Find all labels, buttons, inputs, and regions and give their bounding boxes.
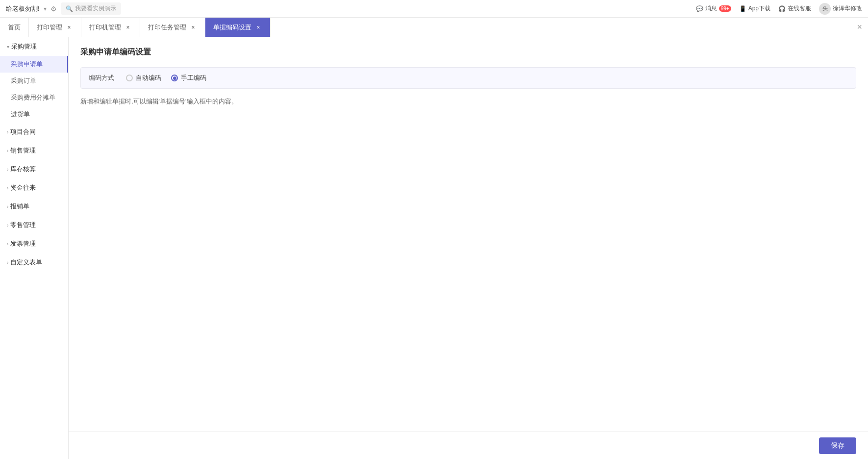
message-label: 消息: [705, 4, 717, 13]
tab-print-mgmt[interactable]: 打印管理 ×: [29, 18, 81, 37]
auto-code-radio[interactable]: 自动编码: [126, 74, 161, 82]
tab-printer-mgmt-close[interactable]: ×: [124, 24, 132, 31]
chevron-down-icon: ▾: [7, 44, 9, 50]
sidebar-group-retail-title[interactable]: › 零售管理: [0, 216, 68, 234]
tab-printer-mgmt-label: 打印机管理: [89, 23, 121, 32]
encoding-radio-group: 自动编码 手工编码: [126, 74, 206, 82]
tab-print-mgmt-label: 打印管理: [37, 23, 62, 32]
sidebar-item-purchase-request-label: 采购申请单: [11, 60, 43, 68]
sidebar: ▾ 采购管理 采购申请单 采购订单 采购费用分摊单 进货单 › 项目合同: [0, 37, 69, 459]
user-menu[interactable]: 头 徐泽华修改: [819, 3, 862, 15]
tab-print-task-label: 打印任务管理: [148, 23, 186, 32]
tab-home-label: 首页: [8, 23, 21, 32]
save-button[interactable]: 保存: [819, 437, 856, 454]
sidebar-item-stock-in-label: 进货单: [11, 110, 30, 118]
sidebar-group-capital: › 资金往来: [0, 178, 68, 197]
chevron-right-icon-3: ›: [7, 167, 8, 172]
search-placeholder: 我要看实例演示: [75, 4, 116, 13]
headset-icon: 🎧: [778, 5, 786, 12]
sidebar-group-inventory-title[interactable]: › 库存核算: [0, 160, 68, 178]
tab-voucher-code[interactable]: 单据编码设置 ×: [205, 18, 271, 37]
dropdown-arrow-icon[interactable]: ▾: [44, 5, 47, 12]
app-download-label: App下载: [748, 4, 770, 13]
content-area: 采购申请单编码设置 编码方式 自动编码 手工编码 新增和编辑单据时,可以编辑'单…: [69, 37, 868, 459]
tab-print-task[interactable]: 打印任务管理 ×: [140, 18, 205, 37]
sidebar-item-purchase-order-label: 采购订单: [11, 77, 36, 84]
manual-code-label: 手工编码: [181, 74, 206, 82]
sidebar-group-invoice-title[interactable]: › 发票管理: [0, 234, 68, 253]
close-all-tabs-button[interactable]: ×: [851, 18, 868, 37]
sidebar-item-purchase-order[interactable]: 采购订单: [0, 73, 68, 89]
sidebar-group-retail: › 零售管理: [0, 216, 68, 234]
sidebar-group-returns-label: 报销单: [10, 202, 29, 211]
auto-code-radio-circle: [126, 75, 133, 81]
user-name: 徐泽华修改: [833, 4, 862, 13]
top-bar-left: 给老板勿割! ▾ ⚙ 🔍 我要看实例演示: [6, 2, 121, 15]
search-bar[interactable]: 🔍 我要看实例演示: [61, 2, 121, 15]
content-main: 采购申请单编码设置 编码方式 自动编码 手工编码 新增和编辑单据时,可以编辑'单…: [69, 37, 868, 432]
mobile-icon: 📱: [739, 5, 746, 12]
sidebar-group-procurement-title[interactable]: ▾ 采购管理: [0, 37, 68, 56]
top-bar-right: 💬 消息 99+ 📱 App下载 🎧 在线客服 头 徐泽华修改: [696, 3, 862, 15]
sidebar-group-custom-form-title[interactable]: › 自定义表单: [0, 253, 68, 272]
top-bar: 给老板勿割! ▾ ⚙ 🔍 我要看实例演示 💬 消息 99+ 📱 App下载 🎧 …: [0, 0, 868, 18]
encoding-section: 编码方式 自动编码 手工编码: [80, 67, 856, 89]
tab-print-task-close[interactable]: ×: [189, 24, 197, 31]
chevron-right-icon-7: ›: [7, 241, 8, 247]
auto-code-label: 自动编码: [136, 74, 161, 82]
sidebar-group-returns-title[interactable]: › 报销单: [0, 197, 68, 216]
chevron-right-icon-1: ›: [7, 129, 8, 135]
sidebar-item-purchase-expense-label: 采购费用分摊单: [11, 94, 55, 101]
online-service-label: 在线客服: [788, 4, 811, 13]
sidebar-group-capital-label: 资金往来: [10, 183, 36, 192]
sidebar-group-capital-title[interactable]: › 资金往来: [0, 178, 68, 197]
chevron-right-icon-6: ›: [7, 223, 8, 228]
online-service-button[interactable]: 🎧 在线客服: [778, 4, 811, 13]
app-download-button[interactable]: 📱 App下载: [739, 4, 770, 13]
sidebar-group-inventory: › 库存核算: [0, 160, 68, 178]
sidebar-group-sales-label: 销售管理: [10, 146, 36, 155]
tab-voucher-code-label: 单据编码设置: [213, 23, 251, 32]
chevron-right-icon-8: ›: [7, 260, 8, 265]
encoding-label: 编码方式: [89, 74, 114, 82]
sidebar-group-returns: › 报销单: [0, 197, 68, 216]
sidebar-group-procurement-label: 采购管理: [11, 42, 37, 51]
chevron-right-icon-4: ›: [7, 185, 8, 191]
sidebar-group-invoice: › 发票管理: [0, 234, 68, 253]
sidebar-item-purchase-request[interactable]: 采购申请单: [0, 56, 68, 73]
sidebar-group-custom-form: › 自定义表单: [0, 253, 68, 272]
message-button[interactable]: 💬 消息 99+: [696, 4, 731, 13]
sidebar-group-project-contract: › 项目合同: [0, 123, 68, 141]
brand-label: 给老板勿割!: [6, 4, 40, 13]
sidebar-group-sales: › 销售管理: [0, 141, 68, 160]
footer-bar: 保存: [69, 432, 868, 459]
search-icon: 🔍: [66, 5, 73, 12]
sidebar-group-procurement: ▾ 采购管理 采购申请单 采购订单 采购费用分摊单 进货单: [0, 37, 68, 123]
main-layout: ▾ 采购管理 采购申请单 采购订单 采购费用分摊单 进货单 › 项目合同: [0, 37, 868, 459]
gear-icon[interactable]: ⚙: [50, 5, 57, 13]
manual-code-radio[interactable]: 手工编码: [171, 74, 206, 82]
sidebar-item-purchase-expense[interactable]: 采购费用分摊单: [0, 89, 68, 106]
manual-code-radio-circle: [171, 75, 178, 81]
tab-printer-mgmt[interactable]: 打印机管理 ×: [81, 18, 140, 37]
message-badge: 99+: [719, 5, 731, 12]
chevron-right-icon-5: ›: [7, 204, 8, 209]
sidebar-group-retail-label: 零售管理: [10, 221, 36, 230]
sidebar-group-inventory-label: 库存核算: [10, 165, 36, 174]
sidebar-group-project-contract-label: 项目合同: [10, 128, 36, 136]
page-title: 采购申请单编码设置: [80, 47, 856, 57]
chevron-right-icon-2: ›: [7, 148, 8, 153]
tab-home[interactable]: 首页: [0, 18, 29, 37]
sidebar-group-custom-form-label: 自定义表单: [10, 258, 42, 267]
sidebar-item-stock-in[interactable]: 进货单: [0, 106, 68, 123]
hint-text: 新增和编辑单据时,可以编辑'单据编号'输入框中的内容。: [80, 97, 856, 107]
message-icon: 💬: [696, 5, 703, 12]
sidebar-group-project-contract-title[interactable]: › 项目合同: [0, 123, 68, 141]
tab-bar: 首页 打印管理 × 打印机管理 × 打印任务管理 × 单据编码设置 × ×: [0, 18, 868, 37]
sidebar-group-invoice-label: 发票管理: [10, 239, 36, 248]
tab-print-mgmt-close[interactable]: ×: [65, 24, 73, 31]
sidebar-group-sales-title[interactable]: › 销售管理: [0, 141, 68, 160]
avatar: 头: [819, 3, 831, 15]
tab-voucher-code-close[interactable]: ×: [254, 24, 262, 31]
